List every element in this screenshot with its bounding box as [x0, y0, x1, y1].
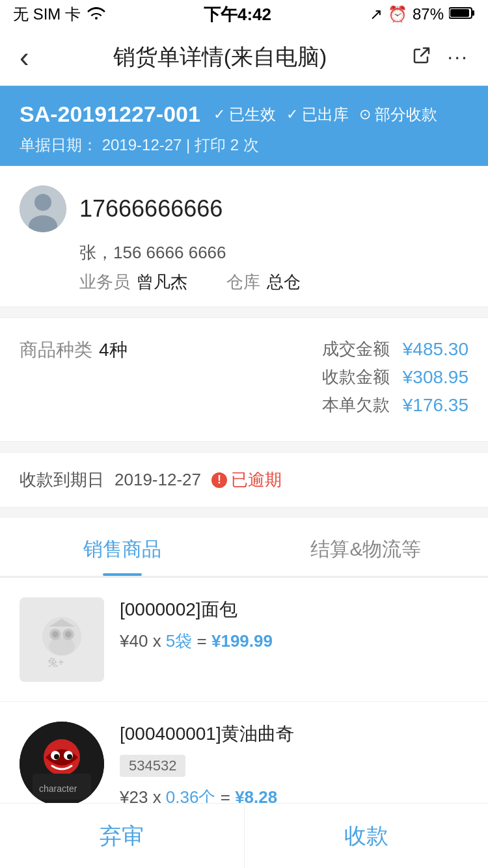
collect-payment-button[interactable]: 收款: [245, 804, 489, 868]
alarm-icon: ⏰: [388, 5, 407, 23]
nav-bar: ‹ 销货单详情(来自电脑) ···: [0, 29, 488, 86]
svg-point-10: [65, 631, 72, 638]
location-icon: ↗: [370, 5, 383, 23]
status-badges: ✓ 已生效 ✓ 已出库 ⊙ 部分收款: [213, 104, 437, 125]
tab-settlement-label: 结算&物流等: [310, 538, 421, 560]
due-date-value: 2019-12-27: [115, 470, 201, 490]
received-label: 收款金额: [322, 366, 390, 388]
badge-partial-text: 部分收款: [375, 104, 437, 125]
header-banner: SA-20191227-001 ✓ 已生效 ✓ 已出库 ⊙ 部分收款 单据日期：…: [0, 86, 488, 166]
carrier-text: 无 SIM 卡: [13, 4, 81, 25]
clock-icon: ⊙: [359, 106, 371, 123]
product-info-2: [000400001]黄油曲奇 534532 ¥23 x 0.36个 = ¥8.…: [120, 722, 468, 809]
debt-value: ¥176.35: [403, 395, 468, 416]
product-list: 兔+ [0000002]面包 ¥40 x 5袋 = ¥199.99: [0, 578, 488, 829]
cancel-review-button[interactable]: 弃审: [0, 804, 245, 868]
product-kind: 商品种类 4种: [20, 338, 128, 362]
page-title: 销货单详情(来自电脑): [113, 42, 327, 72]
svg-rect-1: [472, 10, 474, 16]
equals-1: =: [197, 631, 211, 651]
svg-point-9: [52, 631, 59, 638]
order-date-line: 单据日期： 2019-12-27 | 打印 2 次: [20, 135, 468, 156]
status-bar: 无 SIM 卡 下午4:42 ↗ ⏰ 87%: [0, 0, 488, 29]
product-kind-label: 商品种类: [20, 338, 92, 362]
check-icon-2: ✓: [286, 106, 298, 123]
received-value: ¥308.95: [403, 367, 468, 388]
battery-text: 87%: [413, 5, 444, 23]
product-thumb-1: 兔+: [20, 597, 104, 682]
badge-shipped-text: 已出库: [302, 104, 349, 125]
tabs-section: 销售商品 结算&物流等: [0, 518, 488, 578]
overdue-icon: !: [211, 472, 227, 488]
status-right: ↗ ⏰ 87%: [370, 5, 475, 23]
tab-sales-label: 销售商品: [83, 538, 161, 560]
battery-icon: [449, 5, 475, 23]
order-date: 2019-12-27: [102, 136, 182, 154]
debt-line: 本单欠款 ¥176.35: [322, 394, 468, 416]
overdue-text: 已逾期: [231, 468, 282, 491]
warehouse-label: 仓库: [226, 271, 260, 293]
nav-actions: ···: [411, 43, 468, 72]
amount-summary: 成交金额 ¥485.30 收款金额 ¥308.95 本单欠款 ¥176.35: [322, 338, 468, 422]
received-line: 收款金额 ¥308.95: [322, 366, 468, 388]
svg-point-4: [34, 194, 51, 211]
due-date-label: 收款到期日: [20, 468, 104, 491]
tab-settlement[interactable]: 结算&物流等: [244, 518, 488, 576]
svg-text:兔+: 兔+: [47, 657, 64, 668]
status-left: 无 SIM 卡: [13, 4, 105, 25]
share-icon[interactable]: [411, 43, 434, 72]
salesman-item: 业务员 曾凡杰: [79, 271, 187, 293]
salesman-value: 曾凡杰: [137, 271, 187, 293]
product-tag-2: 534532: [120, 755, 185, 777]
product-info-1: [0000002]面包 ¥40 x 5袋 = ¥199.99: [120, 597, 468, 653]
date-label: 单据日期：: [20, 136, 98, 154]
svg-rect-2: [450, 9, 469, 17]
customer-phone: 17666666666: [79, 195, 223, 223]
salesman-label: 业务员: [79, 271, 130, 293]
svg-point-18: [67, 754, 72, 759]
badge-effective: ✓ 已生效: [213, 104, 276, 125]
more-icon[interactable]: ···: [447, 45, 468, 69]
customer-section: 17666666666 张，156 6666 6666 业务员 曾凡杰 仓库 总…: [0, 166, 488, 307]
qty-1: 5袋: [166, 631, 192, 651]
badge-shipped: ✓ 已出库: [286, 104, 349, 125]
customer-row: 17666666666: [20, 185, 468, 232]
overdue-badge: ! 已逾期: [211, 468, 282, 491]
wifi-icon: [87, 5, 105, 23]
warehouse-value: 总仓: [267, 271, 301, 293]
check-icon-1: ✓: [213, 106, 225, 123]
product-item-1: 兔+ [0000002]面包 ¥40 x 5袋 = ¥199.99: [0, 578, 488, 702]
product-name-1: [0000002]面包: [120, 597, 468, 622]
price-1: ¥40: [120, 631, 148, 651]
order-id: SA-20191227-001: [20, 102, 200, 127]
amount-label: 成交金额: [322, 338, 390, 360]
product-kind-value: 4种: [99, 338, 128, 362]
badge-partial: ⊙ 部分收款: [359, 104, 437, 125]
times-1: x: [153, 631, 166, 651]
summary-section: 商品种类 4种 成交金额 ¥485.30 收款金额 ¥308.95 本单欠款 ¥…: [0, 318, 488, 442]
customer-meta: 业务员 曾凡杰 仓库 总仓: [79, 271, 468, 293]
bottom-bar: 弃审 收款: [0, 803, 488, 868]
svg-text:character: character: [39, 783, 77, 794]
tab-sales-products[interactable]: 销售商品: [0, 518, 244, 576]
total-1: ¥199.99: [211, 631, 273, 651]
back-button[interactable]: ‹: [20, 41, 29, 74]
print-info: | 打印 2 次: [186, 136, 259, 154]
due-section: 收款到期日 2019-12-27 ! 已逾期: [0, 452, 488, 508]
amount-value: ¥485.30: [403, 339, 468, 360]
svg-point-11: [49, 637, 75, 655]
product-name-2: [000400001]黄油曲奇: [120, 722, 468, 746]
status-time: 下午4:42: [204, 3, 271, 26]
badge-effective-text: 已生效: [229, 104, 276, 125]
customer-name-phone: 张，156 6666 6666: [79, 241, 468, 264]
avatar: [20, 185, 66, 232]
amount-line: 成交金额 ¥485.30: [322, 338, 468, 360]
product-price-1: ¥40 x 5袋 = ¥199.99: [120, 630, 468, 653]
tabs-row: 销售商品 结算&物流等: [0, 518, 488, 577]
debt-label: 本单欠款: [322, 394, 390, 416]
warehouse-item: 仓库 总仓: [226, 271, 301, 293]
svg-point-17: [54, 754, 59, 759]
product-thumb-2: character: [20, 722, 104, 806]
